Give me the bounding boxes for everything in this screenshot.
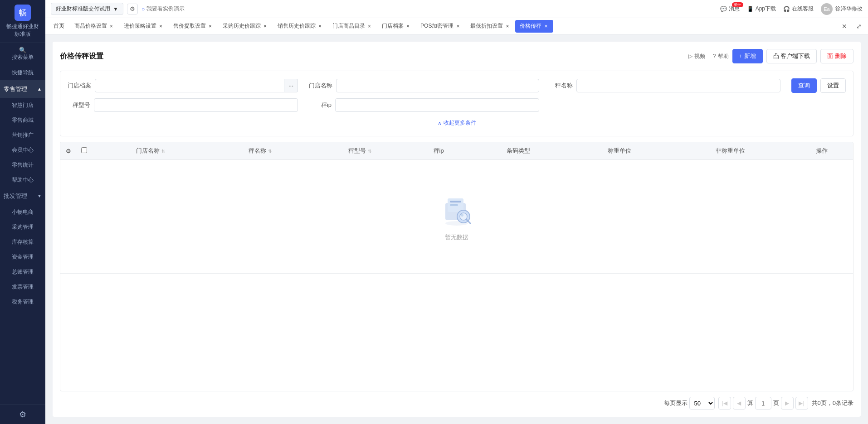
go-label: 页	[773, 399, 779, 407]
sidebar-item-label: 总账管理	[12, 268, 34, 276]
message-icon: 💬	[720, 6, 727, 12]
version-select[interactable]: 好业财标准版交付试用 ▼	[51, 3, 123, 15]
table-header-row: ⚙ 门店名称 ⇅	[60, 142, 853, 160]
scale-model-field: 秤型号	[68, 98, 298, 112]
tab-min-discount[interactable]: 最低折扣设置 ×	[466, 20, 514, 33]
sidebar-item-label: 帮助中心	[12, 176, 34, 184]
next-page-btn[interactable]: ▶	[781, 397, 794, 410]
tab-close-icon[interactable]: ×	[317, 23, 322, 29]
store-file-input[interactable]	[95, 79, 284, 92]
sort-icon[interactable]: ⇅	[161, 149, 165, 153]
tab-price-scale[interactable]: 价格传秤 ×	[515, 20, 553, 33]
tab-sale-pickup[interactable]: 售价提取设置 ×	[169, 20, 217, 33]
demo-link[interactable]: ○ 我要看实例演示	[141, 5, 185, 13]
sidebar-nav-item-finance[interactable]: 资金管理	[0, 250, 45, 265]
sidebar-nav-item-retail-mgmt[interactable]: 零售管理 ▲	[0, 81, 45, 98]
sidebar-nav-item-help-center[interactable]: 帮助中心	[0, 173, 45, 188]
sidebar-nav-item-retail-stats[interactable]: 零售统计	[0, 158, 45, 173]
tab-close-icon[interactable]: ×	[505, 23, 510, 29]
empty-state-cell: 暂无数据	[60, 160, 853, 274]
add-button[interactable]: + 新增	[732, 49, 763, 63]
store-name-input[interactable]	[336, 79, 539, 92]
scale-name-label: 秤名称	[550, 82, 573, 90]
sidebar: 畅 畅捷通好业财标准版 🔍 搜索菜单 快捷导航 零售管理 ▲ 智慧门店 零售商城…	[0, 0, 45, 424]
video-link[interactable]: ▷ 视频	[688, 53, 705, 60]
user-profile-btn[interactable]: Ea 徐泽华修改	[821, 3, 863, 15]
scale-name-field: 秤名称	[550, 79, 780, 92]
scale-ip-field: 秤ip	[309, 98, 539, 112]
gear-icon: ⚙	[130, 5, 135, 12]
tab-close-icon[interactable]: ×	[109, 23, 114, 29]
sidebar-nav-item-wholesale-mgmt[interactable]: 批发管理 ▼	[0, 188, 45, 205]
query-button[interactable]: 查询	[791, 78, 817, 93]
tab-close-icon[interactable]: ×	[208, 23, 213, 29]
tab-store-file[interactable]: 门店档案 ×	[377, 20, 415, 33]
sidebar-nav-item-purchase-mgmt[interactable]: 采购管理	[0, 220, 45, 235]
sidebar-item-label: 零售管理	[4, 85, 27, 93]
tab-pos-encryption[interactable]: POS加密管理 ×	[416, 20, 465, 33]
tab-close-icon[interactable]: ×	[367, 23, 372, 29]
sidebar-nav-item-ledger[interactable]: 总账管理	[0, 265, 45, 279]
scale-model-input[interactable]	[94, 98, 298, 112]
version-settings-btn[interactable]: ⚙	[127, 4, 138, 14]
sidebar-nav-item-marketing[interactable]: 营销推广	[0, 128, 45, 143]
column-settings-icon[interactable]: ⚙	[66, 148, 71, 154]
scale-ip-input[interactable]	[335, 98, 539, 112]
sidebar-nav-item-xiaochang-ec[interactable]: 小畅电商	[0, 205, 45, 220]
help-label: 帮助	[718, 53, 729, 60]
sidebar-nav-item-inventory[interactable]: 库存核算	[0, 235, 45, 250]
collapse-bar[interactable]: ∧ 收起更多条件	[68, 117, 846, 129]
tab-purchase-strategy[interactable]: 进价策略设置 ×	[119, 20, 168, 33]
last-page-btn[interactable]: ▶|	[795, 397, 808, 410]
total-label: 共0页，0条记录	[812, 399, 853, 407]
first-page-btn[interactable]: |◀	[718, 397, 731, 410]
sidebar-nav-item-tax[interactable]: 税务管理	[0, 294, 45, 309]
settings-button[interactable]: 设置	[820, 78, 846, 93]
delete-button[interactable]: 面 删除	[820, 49, 853, 63]
online-service-btn[interactable]: 🎧 在线客服	[783, 5, 814, 13]
app-download-label: App下载	[756, 5, 776, 13]
tab-close-icon[interactable]: ×	[158, 23, 163, 29]
export-button[interactable]: 凸 客户端下载	[766, 49, 817, 63]
sidebar-quick-nav[interactable]: 快捷导航	[0, 65, 45, 81]
scale-name-input[interactable]	[576, 79, 780, 92]
sidebar-nav-item-invoice[interactable]: 发票管理	[0, 279, 45, 294]
tab-close-icon[interactable]: ×	[455, 23, 460, 29]
chevron-down-icon: ▼	[37, 193, 42, 198]
tab-product-pricing[interactable]: 商品价格设置 ×	[70, 20, 118, 33]
sidebar-search[interactable]: 🔍 搜索菜单	[0, 43, 45, 65]
help-link[interactable]: ? 帮助	[713, 53, 729, 60]
tab-store-product-catalog[interactable]: 门店商品目录 ×	[328, 20, 376, 33]
sidebar-nav-item-member-center[interactable]: 会员中心	[0, 143, 45, 158]
message-btn[interactable]: 💬 消息 99+	[720, 5, 740, 13]
tab-close-icon[interactable]: ×	[543, 23, 548, 29]
th-store-name-label: 门店名称	[136, 147, 160, 155]
sidebar-settings-btn[interactable]: ⚙	[0, 405, 45, 424]
tab-sale-history[interactable]: 销售历史价跟踪 ×	[273, 20, 327, 33]
sort-icon[interactable]: ⇅	[268, 149, 272, 153]
tab-expand-btn[interactable]: ⤢	[853, 21, 864, 32]
th-settings[interactable]: ⚙	[60, 142, 77, 160]
tab-home[interactable]: 首页	[49, 20, 69, 33]
th-store-name: 门店名称 ⇅	[91, 142, 210, 160]
sidebar-nav-item-smart-store[interactable]: 智慧门店	[0, 98, 45, 113]
page-header: 价格传秤设置 ▷ 视频 ? 帮助 + 新增 凸 客户端下载	[60, 49, 853, 63]
table-body: 暂无数据	[60, 160, 853, 274]
store-file-ellipsis-btn[interactable]: ···	[284, 79, 298, 92]
tab-purchase-history[interactable]: 采购历史价跟踪 ×	[218, 20, 272, 33]
data-table: ⚙ 门店名称 ⇅	[60, 142, 853, 391]
sort-icon[interactable]: ⇅	[368, 149, 371, 153]
prev-page-btn[interactable]: ◀	[733, 397, 746, 410]
sidebar-nav-item-retail-mall[interactable]: 零售商城	[0, 113, 45, 128]
per-page-select[interactable]: 10 20 50 100	[689, 397, 715, 410]
page-input[interactable]	[755, 397, 771, 410]
store-file-input-wrap: ···	[95, 79, 298, 92]
app-download-btn[interactable]: 📱 App下载	[747, 5, 776, 13]
tab-close-all-btn[interactable]: ✕	[839, 21, 850, 32]
tab-close-icon[interactable]: ×	[405, 23, 410, 29]
tab-close-icon[interactable]: ×	[263, 23, 268, 29]
select-all-checkbox[interactable]	[81, 147, 87, 153]
th-scale-model: 秤型号 ⇅	[310, 142, 410, 160]
content-area: 价格传秤设置 ▷ 视频 ? 帮助 + 新增 凸 客户端下载	[45, 34, 868, 424]
sidebar-item-label: 小畅电商	[12, 208, 34, 216]
